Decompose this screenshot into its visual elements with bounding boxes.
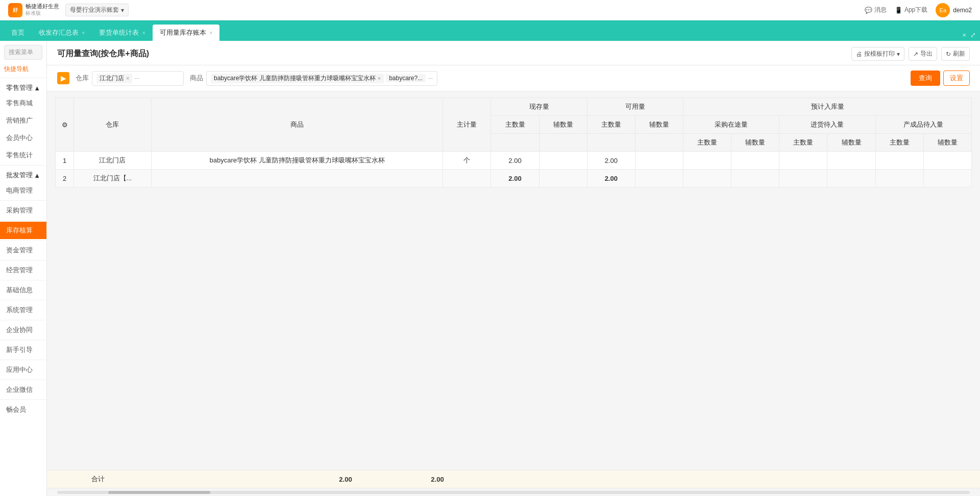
sidebar-item-purchase[interactable]: 采购管理: [0, 202, 46, 219]
sidebar-group-retail: 零售管理 ▲ 零售商城 营销推广 会员中心 零售统计: [0, 79, 46, 164]
td-stock-aux-2: [539, 170, 587, 187]
fullscreen-icon[interactable]: ⤢: [970, 31, 976, 39]
th-available-aux: 辅数量: [635, 116, 683, 134]
retail-label: 零售管理: [6, 83, 33, 92]
tab-receipt[interactable]: 收发存汇总表 ×: [32, 25, 92, 41]
th-product: 商品: [151, 98, 443, 152]
tab-receipt-close[interactable]: ×: [82, 30, 85, 36]
sidebar: 搜索菜单 快捷导航 零售管理 ▲ 零售商城 营销推广 会员中心 零售统计 批发管…: [0, 41, 47, 496]
th-inbound-aux: 辅数量: [827, 134, 875, 152]
table-row: 2 江北门店【... 2.00 2.00: [56, 170, 972, 187]
product-remove-icon-1[interactable]: ×: [378, 75, 381, 81]
tab-order[interactable]: 要货单统计表 ×: [92, 25, 152, 41]
th-available-main: 主数量: [587, 116, 635, 134]
industry-select[interactable]: 母婴行业演示账套 ▾: [65, 4, 129, 16]
tab-available-close[interactable]: ×: [209, 30, 212, 36]
td-no-2: 2: [56, 170, 74, 187]
refresh-btn[interactable]: ↻ 刷新: [941, 47, 970, 61]
td-stock-main-1: 2.00: [491, 152, 539, 170]
td-no-1: 1: [56, 152, 74, 170]
td-inbound-aux-2: [827, 170, 875, 187]
product-input[interactable]: babycare学饮杯 儿童防摔防撞吸管杯重力球吸嘴杯宝宝水杯 × babyca…: [206, 71, 437, 86]
sidebar-item-changhui[interactable]: 畅会员: [0, 401, 46, 418]
td-inbound-main-1: [779, 152, 827, 170]
export-label: 导出: [920, 50, 933, 58]
retail-chevron: ▲: [34, 84, 40, 92]
user-area[interactable]: Ea demo2: [936, 3, 972, 17]
td-avail-main-2: 2.00: [587, 170, 635, 187]
warehouse-more[interactable]: ···: [134, 75, 139, 82]
sidebar-item-retail-stats[interactable]: 零售统计: [0, 147, 46, 164]
page-header: 可用量查询(按仓库+商品) 🖨 按模板打印 ▾ ↗ 导出 ↻ 刷新: [47, 41, 980, 65]
footer-stock-main: 2.00: [323, 476, 369, 483]
th-purchase-aux: 辅数量: [731, 134, 779, 152]
chevron-down-icon: ▾: [121, 7, 124, 14]
close-all-icon[interactable]: ×: [962, 31, 966, 39]
th-settings[interactable]: ⚙: [56, 98, 74, 152]
td-avail-aux-2: [635, 170, 683, 187]
data-table: ⚙ 仓库 商品 主计量 现存量 可用量 预计入库量 主数量 辅数量 主数量 辅数…: [55, 98, 972, 187]
page-actions: 🖨 按模板打印 ▾ ↗ 导出 ↻ 刷新: [851, 47, 970, 61]
td-stock-main-2: 2.00: [491, 170, 539, 187]
app-download-btn[interactable]: 📱 App下载: [895, 6, 927, 14]
th-main-unit: 主计量: [443, 98, 491, 152]
scroll-bar-area: [47, 488, 980, 496]
sidebar-item-member[interactable]: 会员中心: [0, 129, 46, 147]
refresh-label: 刷新: [953, 50, 965, 58]
sidebar-item-inventory[interactable]: 库存核算: [0, 222, 46, 239]
th-stock-aux-2: [539, 134, 587, 152]
td-purchase-aux-1: [731, 152, 779, 170]
product-filter: 商品 babycare学饮杯 儿童防摔防撞吸管杯重力球吸嘴杯宝宝水杯 × bab…: [190, 71, 437, 86]
logo-text-area: 畅捷通好生意 标准版: [26, 3, 59, 17]
tab-home[interactable]: 首页: [4, 25, 32, 41]
sidebar-group-retail-header[interactable]: 零售管理 ▲: [0, 79, 46, 95]
search-menu-btn[interactable]: 搜索菜单: [4, 45, 42, 60]
query-btn[interactable]: 查询: [911, 70, 940, 86]
app-icon: 📱: [895, 7, 902, 14]
top-bar-left: 好 畅捷通好生意 标准版 母婴行业演示账套 ▾: [8, 3, 129, 17]
setting-btn[interactable]: 设置: [943, 70, 970, 86]
filter-toggle-btn[interactable]: ▶: [57, 72, 69, 84]
app-label: App下载: [904, 6, 927, 14]
th-avail-main-2: [587, 134, 635, 152]
user-name: demo2: [953, 7, 972, 14]
print-btn[interactable]: 🖨 按模板打印 ▾: [851, 47, 904, 61]
td-purchase-aux-2: [731, 170, 779, 187]
sidebar-item-operations[interactable]: 经营管理: [0, 262, 46, 279]
tab-receipt-label: 收发存汇总表: [39, 28, 79, 37]
sidebar-group-wholesale-header[interactable]: 批发管理 ▲: [0, 167, 46, 182]
sidebar-item-wechat[interactable]: 企业微信: [0, 381, 46, 398]
tab-available[interactable]: 可用量库存账本 ×: [153, 25, 219, 41]
td-purchase-main-2: [683, 170, 731, 187]
logo-text: 畅捷通好生意: [26, 3, 59, 10]
sidebar-item-retail-mall[interactable]: 零售商城: [0, 95, 46, 112]
td-product-main-2: [875, 170, 923, 187]
scroll-thumb[interactable]: [108, 491, 210, 494]
sidebar-item-finance[interactable]: 资金管理: [0, 242, 46, 259]
sidebar-item-system[interactable]: 系统管理: [0, 301, 46, 319]
td-purchase-main-1: [683, 152, 731, 170]
warehouse-remove-icon[interactable]: ×: [126, 75, 129, 81]
table-footer: 合计 2.00 2.00: [47, 470, 980, 488]
footer-stock-aux: [369, 476, 414, 483]
quick-nav-btn[interactable]: 快捷导航: [0, 62, 46, 77]
warehouse-input[interactable]: 江北门店 × ···: [92, 71, 184, 86]
th-forecast-group: 预计入库量: [683, 98, 972, 116]
tab-order-close[interactable]: ×: [142, 30, 145, 36]
export-btn[interactable]: ↗ 导出: [909, 47, 937, 61]
message-btn[interactable]: 💬 消息: [865, 6, 887, 14]
product-more[interactable]: ···: [428, 75, 433, 82]
sidebar-item-basic[interactable]: 基础信息: [0, 281, 46, 299]
sidebar-search-area: 搜索菜单: [0, 41, 46, 62]
sidebar-item-appcenter[interactable]: 应用中心: [0, 361, 46, 379]
warehouse-value: 江北门店: [100, 74, 124, 83]
th-purchase-main: 主数量: [683, 134, 731, 152]
sidebar-item-enterprise[interactable]: 企业协同: [0, 321, 46, 339]
td-stock-aux-1: [539, 152, 587, 170]
logo-sub: 标准版: [26, 10, 59, 17]
sidebar-item-newguide[interactable]: 新手引导: [0, 341, 46, 359]
scroll-track[interactable]: [57, 491, 970, 494]
sidebar-item-ecom[interactable]: 电商管理: [0, 182, 46, 199]
tab-order-label: 要货单统计表: [99, 28, 139, 37]
sidebar-item-marketing[interactable]: 营销推广: [0, 112, 46, 129]
